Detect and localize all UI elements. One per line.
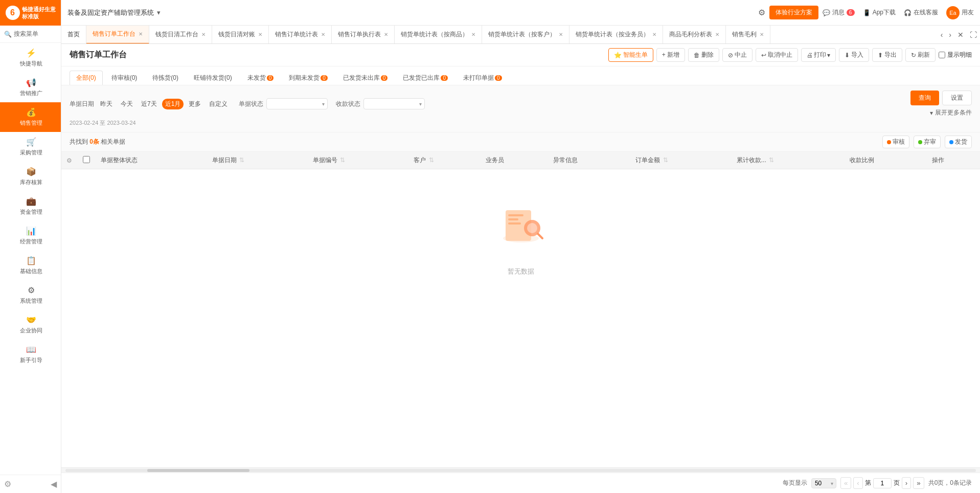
horizontal-scrollbar[interactable]	[61, 467, 980, 473]
delete-button[interactable]: 🗑 删除	[688, 48, 719, 62]
message-badge: 6	[847, 9, 855, 16]
tab-close-cash-daily[interactable]: ✕	[201, 32, 206, 37]
tab-maximize-button[interactable]: ⛶	[967, 31, 980, 39]
sub-tab-pending-inspect[interactable]: 待拣货(0)	[146, 71, 185, 85]
tab-close-sales-stats-staff[interactable]: ✕	[652, 32, 656, 37]
system-dropdown-icon[interactable]: ▾	[157, 9, 161, 16]
tab-close-all-button[interactable]: ✕	[954, 31, 967, 39]
sidebar-item-inventory[interactable]: 📦 库存核算	[0, 162, 61, 191]
cancel-stop-icon: ↩	[761, 52, 766, 59]
show-detail-checkbox-label[interactable]: 显示明细	[939, 51, 972, 59]
tab-close-product-margin[interactable]: ✕	[715, 32, 719, 37]
date-opt-1month[interactable]: 近1月	[162, 99, 184, 109]
sidebar-item-quick-nav[interactable]: ⚡ 快捷导航	[0, 43, 61, 73]
tab-sales-stats-staff[interactable]: 销货单统计表（按业务员） ✕	[569, 26, 663, 44]
tab-scroll-right-button[interactable]: ›	[946, 31, 954, 39]
sales-icon: 💰	[26, 107, 36, 117]
app-download-button[interactable]: 📱 App下载	[863, 8, 896, 17]
sidebar-item-guide[interactable]: 📖 新手引导	[0, 340, 61, 369]
tab-close-cash-reconcile[interactable]: ✕	[258, 32, 262, 37]
filter-settings-button[interactable]: 设置	[942, 91, 972, 105]
export-button[interactable]: ⬆ 导出	[872, 48, 902, 62]
sub-tab-unshipped[interactable]: 未发货0	[241, 71, 281, 85]
ship-action-button[interactable]: 发货	[945, 136, 972, 148]
sidebar-item-system[interactable]: ⚙ 系统管理	[0, 280, 61, 310]
sub-tab-pending-review[interactable]: 待审核(0)	[105, 71, 144, 85]
user-menu-button[interactable]: Ea 用友	[946, 6, 974, 19]
tab-close-sales-profit[interactable]: ✕	[760, 32, 764, 37]
print-button[interactable]: 🖨 打印 ▾	[801, 48, 836, 62]
sidebar-item-finance[interactable]: 💼 资金管理	[0, 191, 61, 221]
tab-sales-order-workbench[interactable]: 销售订单工作台 ✕	[86, 26, 149, 44]
message-button[interactable]: 💬 消息 6	[823, 8, 855, 17]
code-sort-icon[interactable]: ⇅	[340, 156, 345, 164]
settings-header-icon[interactable]: ⚙	[758, 8, 765, 17]
amount-sort-icon[interactable]: ⇅	[663, 156, 668, 164]
sub-tab-wangpu[interactable]: 旺铺待发货(0)	[187, 71, 239, 85]
refresh-button[interactable]: ↻ 刷新	[905, 48, 936, 62]
online-service-button[interactable]: 🎧 在线客服	[904, 8, 938, 17]
cancel-review-action-button[interactable]: 弃审	[914, 136, 941, 148]
new-button[interactable]: + 新增	[656, 48, 685, 62]
select-all-checkbox[interactable]	[83, 156, 90, 163]
tab-close-sales-order-stats[interactable]: ✕	[321, 32, 325, 37]
date-opt-7days[interactable]: 近7天	[138, 99, 160, 109]
last-page-button[interactable]: »	[913, 477, 924, 489]
cancel-stop-button[interactable]: ↩ 取消中止	[756, 48, 798, 62]
date-opt-today[interactable]: 今天	[118, 99, 136, 109]
tab-close-sales-stats-customer[interactable]: ✕	[559, 32, 563, 37]
sidebar-item-sales[interactable]: 💰 销售管理	[0, 102, 61, 132]
query-button[interactable]: 查询	[910, 91, 939, 105]
sidebar-item-purchase[interactable]: 🛒 采购管理	[0, 132, 61, 162]
status-select[interactable]	[266, 98, 328, 109]
sidebar-item-marketing[interactable]: 📢 营销推广	[0, 73, 61, 102]
tab-sales-order-stats[interactable]: 销售订单统计表 ✕	[269, 26, 332, 44]
sub-tab-shipped-not-out[interactable]: 已发货未出库0	[336, 71, 395, 85]
tab-scroll-left-button[interactable]: ‹	[938, 31, 946, 39]
tab-cash-daily[interactable]: 钱货日清工作台 ✕	[149, 26, 212, 44]
sub-tab-unprinted[interactable]: 未打印单据0	[457, 71, 509, 85]
tab-sales-order-exec[interactable]: 销售订单执行表 ✕	[332, 26, 395, 44]
sub-tab-overdue-unshipped[interactable]: 到期未发货0	[282, 71, 334, 85]
scrollbar-thumb[interactable]	[147, 469, 249, 472]
tab-close-sales-order-exec[interactable]: ✕	[384, 32, 388, 37]
sub-tab-shipped-out[interactable]: 已发货已出库0	[396, 71, 454, 85]
date-sort-icon[interactable]: ⇅	[239, 156, 244, 164]
page-size-select[interactable]: 10 20 50 100	[811, 478, 836, 488]
tab-product-margin[interactable]: 商品毛利分析表 ✕	[663, 26, 726, 44]
sidebar-item-operations[interactable]: 📊 经营管理	[0, 221, 61, 251]
smart-create-button[interactable]: ⭐ 智能生单	[608, 48, 653, 62]
show-detail-checkbox[interactable]	[939, 52, 945, 58]
tab-close-sales-order-workbench[interactable]: ✕	[139, 31, 143, 37]
column-settings-icon[interactable]: ⚙	[66, 157, 72, 164]
first-page-button[interactable]: «	[840, 477, 851, 489]
tab-sales-stats-customer[interactable]: 销货单统计表（按客户） ✕	[482, 26, 569, 44]
sidebar-item-basic-info[interactable]: 📋 基础信息	[0, 251, 61, 280]
date-opt-more[interactable]: 更多	[186, 99, 204, 109]
industry-solution-button[interactable]: 体验行业方案	[769, 6, 818, 19]
tab-home[interactable]: 首页	[61, 26, 86, 44]
customer-sort-icon[interactable]: ⇅	[429, 156, 434, 164]
tab-sales-profit[interactable]: 销售毛利 ✕	[726, 26, 770, 44]
expand-filter-button[interactable]: ▾ 展开更多条件	[930, 108, 972, 117]
date-opt-custom[interactable]: 自定义	[206, 99, 231, 109]
import-icon: ⬇	[845, 52, 850, 59]
page-number-input[interactable]	[873, 478, 892, 488]
content-area: 销售订单工作台 ⭐ 智能生单 + 新增 🗑 删除 ⊘ 中止	[61, 44, 980, 493]
collapse-icon[interactable]: ◀	[51, 479, 57, 489]
stop-button[interactable]: ⊘ 中止	[722, 48, 753, 62]
payment-select[interactable]	[363, 98, 425, 109]
sub-tab-all[interactable]: 全部(0)	[70, 71, 103, 85]
review-action-button[interactable]: 审核	[882, 136, 909, 148]
prev-page-button[interactable]: ‹	[853, 477, 862, 489]
settings-bottom-icon[interactable]: ⚙	[4, 479, 11, 489]
sidebar-item-cooperation[interactable]: 🤝 企业协同	[0, 310, 61, 340]
tab-cash-reconcile[interactable]: 钱货日清对账 ✕	[212, 26, 269, 44]
accumulated-sort-icon[interactable]: ⇅	[769, 156, 774, 164]
import-button[interactable]: ⬇ 导入	[839, 48, 869, 62]
date-opt-yesterday[interactable]: 昨天	[97, 99, 116, 109]
tab-close-sales-stats-product[interactable]: ✕	[471, 32, 475, 37]
next-page-button[interactable]: ›	[902, 477, 911, 489]
sidebar-search[interactable]: 🔍 搜索菜单	[0, 26, 61, 43]
tab-sales-stats-product[interactable]: 销货单统计表（按商品） ✕	[395, 26, 482, 44]
